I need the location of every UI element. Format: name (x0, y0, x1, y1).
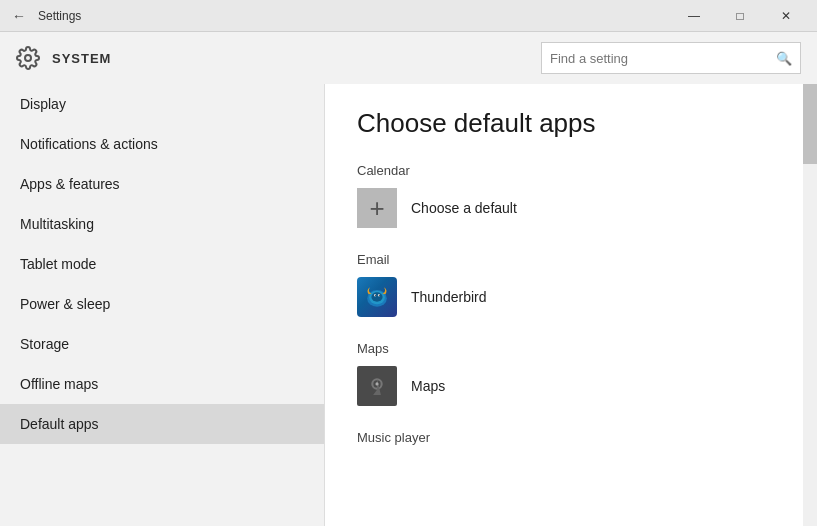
maximize-button[interactable]: □ (717, 0, 763, 32)
app-header-left: SYSTEM (16, 46, 111, 70)
calendar-app-row[interactable]: + Choose a default (357, 188, 785, 228)
svg-point-10 (375, 382, 378, 385)
title-bar: ← Settings — □ ✕ (0, 0, 817, 32)
sidebar-item-label: Power & sleep (20, 296, 110, 312)
sidebar-item-label: Display (20, 96, 66, 112)
sidebar-item-apps-features[interactable]: Apps & features (0, 164, 324, 204)
sidebar-item-multitasking[interactable]: Multitasking (0, 204, 324, 244)
sidebar-item-label: Default apps (20, 416, 99, 432)
app-title: SYSTEM (52, 51, 111, 66)
email-app-name: Thunderbird (411, 289, 487, 305)
search-input[interactable] (550, 51, 776, 66)
svg-point-7 (379, 295, 380, 296)
main-content: Display Notifications & actions Apps & f… (0, 84, 817, 526)
title-bar-left: ← Settings (8, 6, 81, 26)
sidebar-item-notifications[interactable]: Notifications & actions (0, 124, 324, 164)
sidebar-item-offline-maps[interactable]: Offline maps (0, 364, 324, 404)
sidebar-item-label: Offline maps (20, 376, 98, 392)
calendar-app-name: Choose a default (411, 200, 517, 216)
search-box[interactable]: 🔍 (541, 42, 801, 74)
sidebar-item-label: Notifications & actions (20, 136, 158, 152)
sidebar-item-label: Storage (20, 336, 69, 352)
music-section: Music player (357, 430, 785, 445)
svg-point-3 (371, 292, 382, 302)
svg-point-6 (375, 295, 376, 296)
window-controls: — □ ✕ (671, 0, 809, 32)
email-section: Email Thunderbird (357, 252, 785, 317)
sidebar-item-label: Multitasking (20, 216, 94, 232)
thunderbird-icon (357, 277, 397, 317)
sidebar-item-default-apps[interactable]: Default apps (0, 404, 324, 444)
gear-icon (16, 46, 40, 70)
sidebar: Display Notifications & actions Apps & f… (0, 84, 325, 526)
calendar-label: Calendar (357, 163, 785, 178)
music-label: Music player (357, 430, 785, 445)
minimize-button[interactable]: — (671, 0, 717, 32)
svg-point-0 (25, 55, 31, 61)
maps-svg (364, 373, 390, 399)
calendar-icon: + (357, 188, 397, 228)
maps-icon (357, 366, 397, 406)
sidebar-item-display[interactable]: Display (0, 84, 324, 124)
sidebar-item-power-sleep[interactable]: Power & sleep (0, 284, 324, 324)
sidebar-item-storage[interactable]: Storage (0, 324, 324, 364)
search-icon: 🔍 (776, 51, 792, 66)
email-app-row[interactable]: Thunderbird (357, 277, 785, 317)
maps-app-name: Maps (411, 378, 445, 394)
sidebar-item-label: Apps & features (20, 176, 120, 192)
window-title: Settings (38, 9, 81, 23)
maps-app-row[interactable]: Maps (357, 366, 785, 406)
maps-section: Maps Maps (357, 341, 785, 406)
scrollbar-thumb[interactable] (803, 84, 817, 164)
maps-label: Maps (357, 341, 785, 356)
calendar-section: Calendar + Choose a default (357, 163, 785, 228)
sidebar-item-label: Tablet mode (20, 256, 96, 272)
thunderbird-svg (363, 283, 391, 311)
app-header: SYSTEM 🔍 (0, 32, 817, 84)
email-label: Email (357, 252, 785, 267)
content-panel: Choose default apps Calendar + Choose a … (325, 84, 817, 526)
scrollbar-track[interactable] (803, 84, 817, 526)
back-button[interactable]: ← (8, 6, 30, 26)
sidebar-item-tablet-mode[interactable]: Tablet mode (0, 244, 324, 284)
close-button[interactable]: ✕ (763, 0, 809, 32)
page-title: Choose default apps (357, 108, 785, 139)
